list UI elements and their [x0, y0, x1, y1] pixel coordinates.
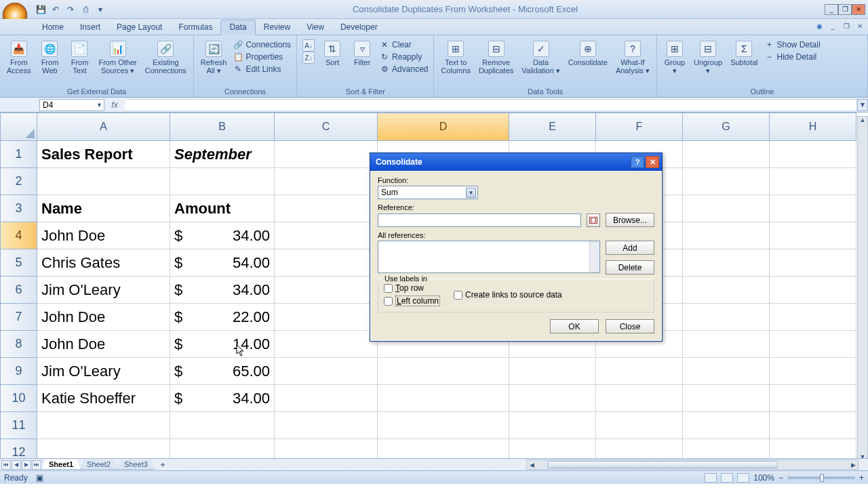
cell-C3[interactable]: [275, 195, 378, 222]
dialog-help-button[interactable]: ?: [631, 156, 644, 168]
ok-button[interactable]: OK: [550, 319, 599, 333]
cell-A12[interactable]: [37, 439, 170, 458]
sheet-tab-sheet3[interactable]: Sheet3: [117, 460, 155, 470]
row-header-5[interactable]: 5: [0, 249, 37, 277]
col-header-D[interactable]: D: [378, 113, 509, 141]
hscroll-thumb[interactable]: [547, 461, 778, 468]
cell-D11[interactable]: [378, 412, 509, 439]
dialog-close-button[interactable]: ✕: [646, 156, 659, 168]
cell-H8[interactable]: [770, 331, 856, 358]
ext-btn-2[interactable]: 📄From Text: [66, 39, 93, 76]
cell-G9[interactable]: [683, 358, 770, 385]
cell-A8[interactable]: John Doe: [37, 331, 170, 358]
tools-btn-2[interactable]: ✓Data Validation ▾: [519, 39, 563, 76]
sort-small-0[interactable]: ✕Clear: [378, 39, 429, 50]
sheet-next-icon[interactable]: ▶: [22, 460, 31, 470]
tab-home[interactable]: Home: [34, 20, 72, 35]
cell-B7[interactable]: $22.00: [170, 304, 275, 331]
sheet-last-icon[interactable]: ⏭: [32, 460, 41, 470]
row-header-4[interactable]: 4: [0, 222, 37, 249]
col-header-F[interactable]: F: [596, 113, 683, 141]
cell-A4[interactable]: John Doe: [37, 222, 170, 249]
ext-btn-0[interactable]: 📥From Access: [4, 39, 33, 76]
cell-H9[interactable]: [770, 358, 856, 385]
col-header-E[interactable]: E: [509, 113, 596, 141]
cell-C5[interactable]: [275, 249, 378, 277]
row-header-8[interactable]: 8: [0, 331, 37, 358]
sort-small-1[interactable]: ↻Reapply: [378, 52, 429, 62]
tab-data[interactable]: Data: [220, 20, 255, 35]
view-pagebreak-button[interactable]: [737, 473, 749, 483]
cell-H12[interactable]: [770, 439, 856, 458]
doc-restore-button[interactable]: ❐: [841, 20, 852, 31]
top-row-checkbox[interactable]: Top row: [384, 283, 440, 293]
sort-asc-button[interactable]: A↓: [301, 39, 316, 52]
zoom-out-button[interactable]: −: [778, 473, 783, 483]
refresh-all-button[interactable]: 🔄 Refresh All ▾: [198, 39, 230, 76]
tab-developer[interactable]: Developer: [332, 20, 386, 35]
cell-G12[interactable]: [683, 439, 770, 458]
row-header-1[interactable]: 1: [0, 141, 37, 168]
formula-expand-icon[interactable]: ▾: [857, 99, 868, 111]
cell-C10[interactable]: [275, 385, 378, 412]
cell-D12[interactable]: [378, 439, 509, 458]
cell-E11[interactable]: [509, 412, 596, 439]
scroll-left-icon[interactable]: ◀: [527, 462, 536, 468]
cell-C8[interactable]: [275, 331, 378, 358]
namebox-dropdown-icon[interactable]: ▼: [96, 102, 102, 108]
tools-btn-0[interactable]: ⊞Text to Columns: [438, 39, 473, 76]
cell-B11[interactable]: [170, 412, 275, 439]
row-header-11[interactable]: 11: [0, 412, 37, 439]
row-header-2[interactable]: 2: [0, 168, 37, 195]
cell-B12[interactable]: [170, 439, 275, 458]
cell-H10[interactable]: [770, 385, 856, 412]
ext-btn-3[interactable]: 📊From Other Sources ▾: [96, 39, 139, 76]
cell-B3[interactable]: Amount: [170, 195, 275, 222]
cell-B10[interactable]: $34.00: [170, 385, 275, 412]
outline-small-0[interactable]: +Show Detail: [764, 39, 822, 50]
cell-H2[interactable]: [770, 168, 856, 195]
cell-H6[interactable]: [770, 277, 856, 304]
view-normal-button[interactable]: [705, 473, 717, 483]
cell-A7[interactable]: John Doe: [37, 304, 170, 331]
vertical-scrollbar[interactable]: ▲ ▼: [857, 116, 868, 464]
filter-button[interactable]: ▿Filter: [349, 39, 376, 68]
cell-E12[interactable]: [509, 439, 596, 458]
qat-more-icon[interactable]: ▾: [95, 4, 106, 15]
new-sheet-icon[interactable]: ✦: [157, 460, 169, 470]
tab-insert[interactable]: Insert: [72, 20, 108, 35]
fx-button[interactable]: fx: [104, 100, 125, 110]
cell-F11[interactable]: [596, 412, 683, 439]
cell-C7[interactable]: [275, 304, 378, 331]
cell-C9[interactable]: [275, 358, 378, 385]
outline-btn-0[interactable]: ⊞Group ▾: [661, 39, 688, 76]
sheet-tab-sheet2[interactable]: Sheet2: [79, 460, 118, 470]
cell-A3[interactable]: Name: [37, 195, 170, 222]
zoom-level[interactable]: 100%: [753, 473, 774, 483]
cell-G7[interactable]: [683, 304, 770, 331]
name-box[interactable]: D4 ▼: [39, 99, 104, 111]
browse-button[interactable]: Browse...: [606, 213, 654, 227]
left-column-checkbox[interactable]: Left column: [384, 296, 440, 306]
function-select[interactable]: Sum ▼: [378, 186, 478, 199]
minimize-button[interactable]: _: [825, 4, 838, 15]
cell-H3[interactable]: [770, 195, 856, 222]
cell-A9[interactable]: Jim O'Leary: [37, 358, 170, 385]
cell-F12[interactable]: [596, 439, 683, 458]
ext-btn-1[interactable]: 🌐From Web: [36, 39, 63, 76]
cell-G4[interactable]: [683, 222, 770, 249]
cell-A5[interactable]: Chris Gates: [37, 249, 170, 277]
row-header-10[interactable]: 10: [0, 385, 37, 412]
sort-desc-button[interactable]: Z↓: [301, 52, 316, 64]
cell-B1[interactable]: September: [170, 141, 275, 168]
doc-minimize-button[interactable]: _: [827, 20, 838, 31]
cell-G3[interactable]: [683, 195, 770, 222]
cell-C11[interactable]: [275, 412, 378, 439]
cell-D9[interactable]: [378, 358, 509, 385]
cell-G6[interactable]: [683, 277, 770, 304]
close-dialog-button[interactable]: Close: [606, 319, 654, 333]
undo-icon[interactable]: ↶: [50, 4, 61, 15]
scroll-up-icon[interactable]: ▲: [858, 117, 867, 126]
cell-G11[interactable]: [683, 412, 770, 439]
cell-B5[interactable]: $54.00: [170, 249, 275, 277]
